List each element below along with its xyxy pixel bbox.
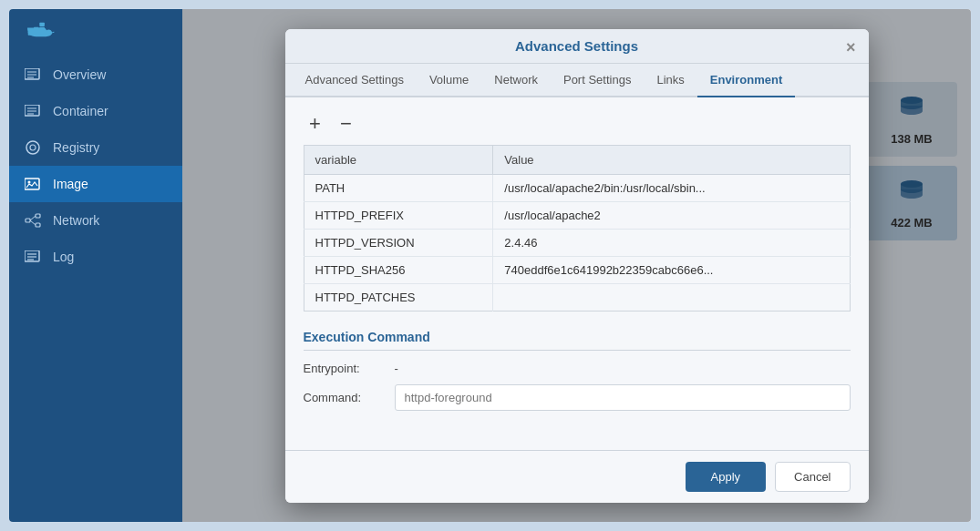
apply-button[interactable]: Apply	[686, 462, 767, 492]
image-icon	[24, 177, 42, 191]
svg-rect-18	[26, 219, 30, 222]
dialog-footer: Apply Cancel	[285, 450, 869, 503]
env-value-cell: 2.4.46	[493, 229, 850, 256]
sidebar-logo	[9, 9, 182, 56]
sidebar-item-log[interactable]: Log	[9, 239, 182, 275]
env-value-cell: /usr/local/apache2	[493, 201, 850, 229]
remove-env-button[interactable]: −	[335, 112, 358, 136]
env-col-value: Value	[493, 145, 850, 174]
env-table-toolbar: + −	[304, 112, 851, 136]
overview-icon	[24, 67, 42, 82]
env-var-cell: HTTPD_PREFIX	[304, 201, 493, 229]
svg-rect-19	[36, 214, 40, 218]
tab-advanced-settings[interactable]: Advanced Settings	[293, 64, 417, 97]
docker-logo-icon	[24, 20, 57, 46]
svg-line-21	[30, 216, 36, 220]
env-table: variable Value PATH/usr/local/apache2/bi…	[304, 145, 851, 311]
tab-port-settings[interactable]: Port Settings	[551, 64, 644, 97]
sidebar-item-container[interactable]: Container	[9, 93, 182, 129]
advanced-settings-dialog: Advanced Settings × Advanced Settings Vo…	[285, 29, 869, 503]
sidebar-item-container-label: Container	[53, 104, 108, 118]
dialog-body: + − variable Value PATH/usr/local/apache…	[285, 97, 869, 450]
env-table-row[interactable]: PATH/usr/local/apache2/bin:/usr/local/sb…	[304, 174, 850, 201]
svg-point-15	[30, 145, 36, 150]
entrypoint-row: Entrypoint: -	[304, 362, 851, 375]
env-var-cell: HTTPD_VERSION	[304, 229, 493, 256]
registry-icon	[24, 140, 42, 155]
env-table-row[interactable]: HTTPD_VERSION2.4.46	[304, 229, 850, 256]
dialog-tabs: Advanced Settings Volume Network Port Se…	[285, 64, 869, 97]
env-var-cell: PATH	[304, 174, 493, 201]
container-icon	[24, 104, 42, 118]
cancel-button[interactable]: Cancel	[775, 462, 850, 492]
dialog-close-button[interactable]: ×	[846, 38, 856, 57]
tab-volume[interactable]: Volume	[417, 64, 481, 97]
sidebar-item-overview[interactable]: Overview	[9, 56, 182, 93]
main-content: 138 MB 422 MB Advanced Settings	[182, 9, 971, 522]
dialog-titlebar: Advanced Settings ×	[285, 29, 869, 64]
add-env-button[interactable]: +	[304, 112, 327, 136]
sidebar-item-network-label: Network	[53, 213, 99, 228]
dialog-overlay: Advanced Settings × Advanced Settings Vo…	[182, 9, 971, 522]
tab-links[interactable]: Links	[644, 64, 696, 97]
env-table-row[interactable]: HTTPD_PREFIX/usr/local/apache2	[304, 201, 850, 229]
sidebar-item-overview-label: Overview	[53, 67, 106, 82]
sidebar: Overview Container Registr	[9, 9, 182, 522]
app-window: Overview Container Registr	[9, 9, 971, 522]
execution-command-title: Execution Command	[304, 330, 851, 351]
tab-environment[interactable]: Environment	[697, 64, 795, 97]
svg-rect-5	[39, 23, 45, 26]
svg-point-14	[26, 141, 39, 154]
dialog-title: Advanced Settings	[300, 38, 854, 54]
env-value-cell: 740eddf6e1c641992b22359cabc66e6...	[493, 256, 850, 283]
tab-network[interactable]: Network	[481, 64, 551, 97]
command-label: Command:	[304, 391, 395, 404]
env-var-cell: HTTPD_PATCHES	[304, 283, 493, 311]
sidebar-item-image-label: Image	[53, 177, 88, 191]
entrypoint-label: Entrypoint:	[304, 362, 395, 375]
env-value-cell: /usr/local/apache2/bin:/usr/local/sbin..…	[493, 174, 850, 201]
sidebar-item-network[interactable]: Network	[9, 202, 182, 239]
sidebar-item-registry[interactable]: Registry	[9, 129, 182, 166]
sidebar-item-registry-label: Registry	[53, 140, 99, 155]
env-col-variable: variable	[304, 145, 493, 174]
log-icon	[24, 250, 42, 264]
env-table-row[interactable]: HTTPD_SHA256740eddf6e1c641992b22359cabc6…	[304, 256, 850, 283]
env-var-cell: HTTPD_SHA256	[304, 256, 493, 283]
svg-line-22	[30, 220, 36, 225]
env-table-row[interactable]: HTTPD_PATCHES	[304, 283, 850, 311]
sidebar-item-image[interactable]: Image	[9, 166, 182, 202]
network-icon	[24, 213, 42, 228]
command-row: Command:	[304, 384, 851, 411]
svg-point-17	[28, 181, 31, 184]
entrypoint-value: -	[395, 362, 398, 375]
sidebar-item-log-label: Log	[53, 250, 74, 264]
command-input[interactable]	[395, 384, 851, 411]
svg-rect-20	[36, 223, 40, 227]
env-value-cell	[493, 283, 850, 311]
